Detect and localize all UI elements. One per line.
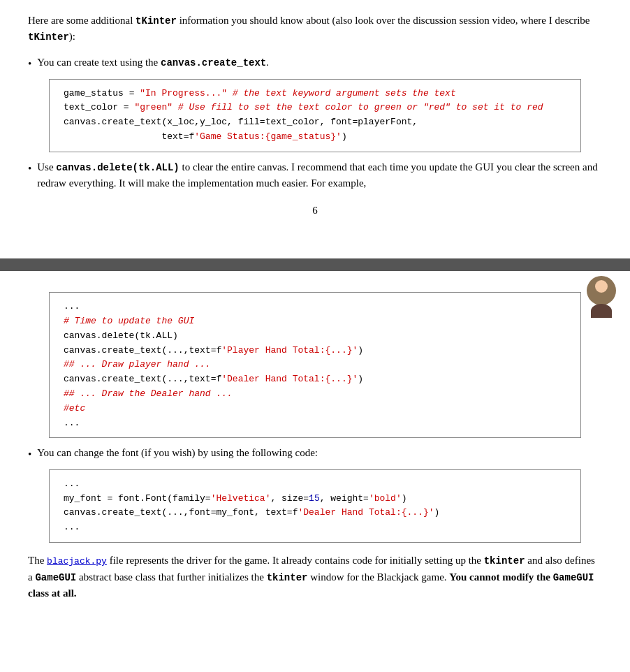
code-line-2: text_color = "green" # Use fill to set t… bbox=[64, 101, 566, 115]
code2-line-3: canvas.delete(tk.ALL) bbox=[64, 329, 566, 344]
tkinter-code-4: tkinter bbox=[267, 572, 308, 583]
tkinter-code-3: tkinter bbox=[484, 555, 525, 567]
code-block-3: ... my_font = font.Font(family='Helvetic… bbox=[49, 469, 581, 543]
section-divider bbox=[0, 258, 630, 271]
code-line-3: canvas.create_text(x_loc,y_loc, fill=tex… bbox=[64, 115, 566, 130]
intro-paragraph: Here are some additional tKinter informa… bbox=[28, 13, 602, 45]
canvas-delete-code: canvas.delete(tk.ALL) bbox=[56, 162, 179, 173]
tKinter-code-2: tKinter bbox=[28, 31, 69, 43]
code2-line-2: # Time to update the GUI bbox=[64, 314, 566, 329]
avatar bbox=[587, 276, 616, 305]
code-block-2: ... # Time to update the GUI canvas.dele… bbox=[49, 292, 581, 438]
avatar-section: Ted bbox=[587, 276, 616, 315]
code2-line-6: canvas.create_text(...,text=f'Dealer Han… bbox=[64, 372, 566, 387]
code3-line-2: my_font = font.Font(family='Helvetica', … bbox=[64, 492, 566, 506]
GameGUI-code-1: GameGUI bbox=[35, 572, 76, 583]
tKinter-code-1: tKinter bbox=[135, 15, 177, 27]
bottom-paragraph: The blacjack.py file represents the driv… bbox=[28, 553, 602, 602]
code2-line-4: canvas.create_text(...,text=f'Player Han… bbox=[64, 344, 566, 358]
bullet-item-2: • Use canvas.delete(tk.ALL) to clear the… bbox=[28, 159, 602, 191]
blacjack-file-link: blacjack.py bbox=[47, 556, 107, 567]
code2-line-5: ## ... Draw player hand ... bbox=[64, 358, 566, 372]
bullet-dot-3: • bbox=[28, 446, 31, 462]
bullet-text-1: You can create text using the canvas.cre… bbox=[37, 54, 269, 71]
code-line-4: text=f'Game Status:{game_status}') bbox=[64, 130, 566, 145]
GameGUI-code-2: GameGUI bbox=[553, 572, 594, 583]
code3-line-3: canvas.create_text(...,font=my_font, tex… bbox=[64, 506, 566, 520]
code2-line-9: ... bbox=[64, 416, 566, 431]
code-block-1: game_status = "In Progress..." # the tex… bbox=[49, 79, 581, 152]
bullet-item-3: • You can change the font (if you wish) … bbox=[28, 445, 602, 462]
code2-line-7: ## ... Draw the Dealer hand ... bbox=[64, 387, 566, 402]
code2-line-1: ... bbox=[64, 300, 566, 314]
cannot-modify-text: You cannot modify the GameGUI class at a… bbox=[28, 571, 594, 599]
bullet-text-2: Use canvas.delete(tk.ALL) to clear the e… bbox=[37, 159, 602, 191]
canvas-create-text-code: canvas.create_text bbox=[161, 57, 266, 68]
code-line-1: game_status = "In Progress..." # the tex… bbox=[64, 87, 566, 101]
bullet-dot-1: • bbox=[28, 56, 31, 72]
bullet-item-1: • You can create text using the canvas.c… bbox=[28, 54, 602, 72]
bullet-dot-2: • bbox=[28, 161, 31, 177]
avatar-body bbox=[591, 304, 612, 305]
page-top-section: Here are some additional tKinter informa… bbox=[0, 0, 630, 244]
code3-line-1: ... bbox=[64, 477, 566, 492]
code3-line-4: ... bbox=[64, 520, 566, 535]
page-number: 6 bbox=[28, 205, 602, 217]
code2-line-8: #etc bbox=[64, 402, 566, 416]
bullet-text-3: You can change the font (if you wish) by… bbox=[37, 445, 318, 461]
page-bottom-section: ... # Time to update the GUI canvas.dele… bbox=[0, 278, 630, 615]
avatar-head bbox=[595, 280, 608, 293]
